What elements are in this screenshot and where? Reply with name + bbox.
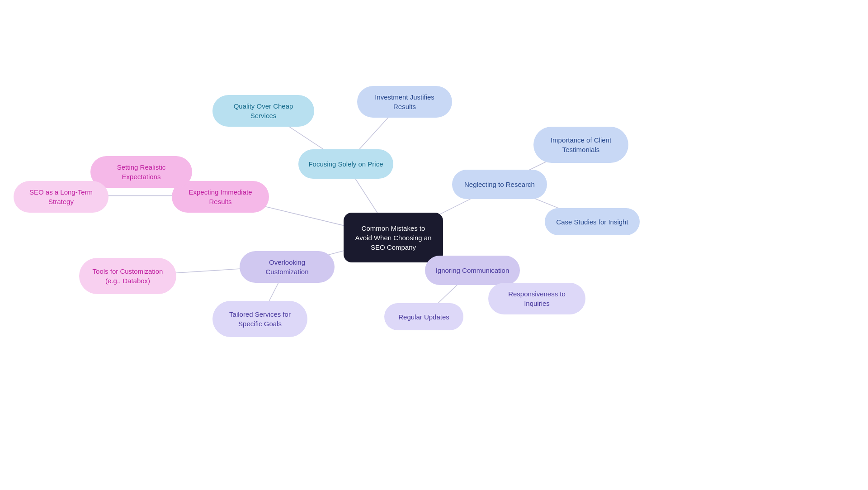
node-label-quality-cheap: Quality Over Cheap Services [222, 101, 304, 120]
node-label-seo-longterm: SEO as a Long-Term Strategy [24, 187, 99, 206]
node-label-ignoring-communication: Ignoring Communication [436, 266, 509, 275]
node-label-expecting-immediate: Expecting Immediate Results [182, 187, 259, 206]
mindmap-container: Common Mistakes to Avoid When Choosing a… [0, 0, 868, 490]
node-label-tailored-services: Tailored Services for Specific Goals [222, 309, 297, 328]
node-label-setting-realistic: Setting Realistic Expectations [100, 162, 182, 181]
node-overlooking-customization: Overlooking Customization [240, 251, 335, 283]
node-label-neglecting-research: Neglecting to Research [464, 180, 535, 189]
node-case-studies: Case Studies for Insight [545, 208, 640, 235]
node-neglecting-research: Neglecting to Research [452, 170, 547, 199]
node-expecting-immediate: Expecting Immediate Results [172, 181, 269, 213]
node-setting-realistic: Setting Realistic Expectations [90, 156, 192, 188]
node-ignoring-communication: Ignoring Communication [425, 256, 520, 285]
node-label-responsiveness: Responsiveness to Inquiries [498, 289, 576, 308]
node-tailored-services: Tailored Services for Specific Goals [212, 301, 307, 337]
node-tools-customization: Tools for Customization (e.g., Databox) [79, 258, 176, 294]
node-label-regular-updates: Regular Updates [398, 312, 449, 322]
node-importance-testimonials: Importance of Client Testimonials [533, 127, 628, 163]
node-label-case-studies: Case Studies for Insight [556, 217, 628, 227]
node-label-tools-customization: Tools for Customization (e.g., Databox) [89, 266, 166, 285]
node-investment-justifies: Investment Justifies Results [357, 86, 452, 118]
node-center: Common Mistakes to Avoid When Choosing a… [344, 213, 443, 262]
node-seo-longterm: SEO as a Long-Term Strategy [14, 181, 108, 213]
node-label-focusing-price: Focusing Solely on Price [308, 159, 383, 169]
node-center-label: Common Mistakes to Avoid When Choosing a… [354, 224, 433, 252]
node-focusing-price: Focusing Solely on Price [298, 149, 393, 179]
node-quality-cheap: Quality Over Cheap Services [212, 95, 314, 127]
node-label-overlooking-customization: Overlooking Customization [250, 257, 325, 276]
node-label-investment-justifies: Investment Justifies Results [367, 92, 442, 111]
node-label-importance-testimonials: Importance of Client Testimonials [543, 135, 618, 154]
node-regular-updates: Regular Updates [384, 303, 463, 330]
node-responsiveness: Responsiveness to Inquiries [488, 283, 585, 314]
